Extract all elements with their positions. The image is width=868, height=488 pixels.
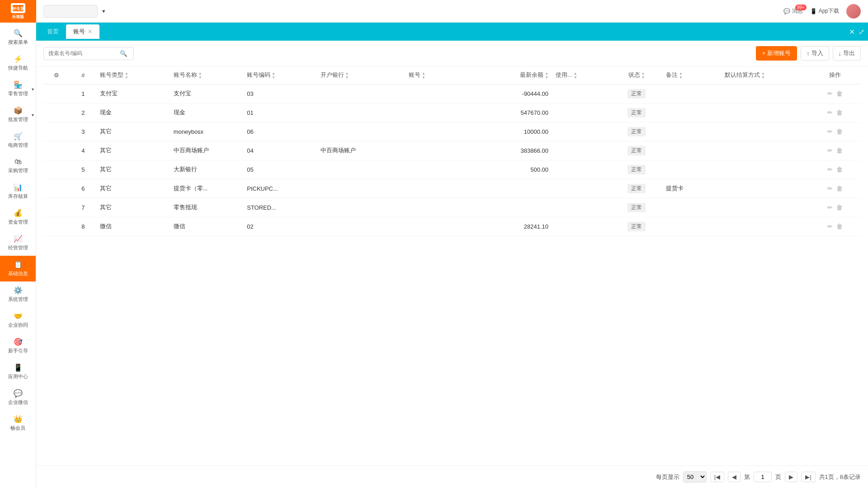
delete-icon-1[interactable]: 🗑 [836, 109, 843, 116]
tab-close-all-icon[interactable]: ✕ [849, 28, 855, 36]
edit-icon-3[interactable]: ✏ [827, 147, 833, 154]
tab-maximize-icon[interactable]: ⤢ [859, 28, 864, 36]
col-name[interactable]: 账号名称▲▼ [170, 66, 244, 84]
status-badge-7: 正常 [627, 222, 646, 231]
delete-icon-0[interactable]: 🗑 [836, 90, 843, 97]
sidebar-item-10[interactable]: ⚙️ 系统管理 [0, 282, 36, 307]
delete-icon-3[interactable]: 🗑 [836, 147, 843, 154]
row-use-6 [552, 198, 611, 217]
phone-icon: 📱 [810, 8, 817, 14]
sidebar-item-11[interactable]: 🤝 企业协同 [0, 307, 36, 333]
logo-icon: 好生意 [11, 3, 25, 13]
page-number-input[interactable] [754, 472, 772, 482]
sidebar-icon-10: ⚙️ [14, 286, 23, 295]
row-use-3 [552, 141, 611, 160]
col-status[interactable]: 状态▲▼ [611, 66, 662, 84]
sidebar-item-3[interactable]: 📦 批发管理 ▾ [0, 102, 36, 127]
sidebar-item-1[interactable]: ⚡ 快捷导航 [0, 50, 36, 76]
svg-text:好生意: 好生意 [13, 6, 24, 11]
row-default-4 [721, 160, 809, 179]
col-use[interactable]: 使用...▲▼ [552, 66, 611, 84]
row-num-2: 3 [70, 122, 97, 141]
col-settings[interactable]: ⚙ [43, 66, 70, 84]
delete-icon-4[interactable]: 🗑 [836, 166, 843, 173]
sidebar-icon-11: 🤝 [14, 312, 23, 320]
row-action-1: ✏ 🗑 [809, 103, 861, 122]
col-default[interactable]: 默认结算方式▲▼ [721, 66, 809, 84]
message-button[interactable]: 💬 消息 99+ [783, 7, 803, 15]
delete-icon-6[interactable]: 🗑 [836, 204, 843, 211]
prev-page-button[interactable]: ◀ [728, 472, 741, 482]
topbar-search-input[interactable] [43, 5, 98, 18]
tab-close-icon[interactable]: ✕ [88, 29, 92, 34]
row-action-6: ✏ 🗑 [809, 198, 861, 217]
row-num-7: 8 [70, 217, 97, 236]
row-default-0 [721, 84, 809, 103]
delete-icon-5[interactable]: 🗑 [836, 185, 843, 192]
sort-balance-icon: ▲▼ [545, 71, 548, 80]
row-account-6 [405, 198, 464, 217]
toolbar-right: + 新增账号 ↑ 导入 ↓ 导出 [756, 46, 861, 61]
sidebar-item-2[interactable]: 🏪 零售管理 ▾ [0, 76, 36, 102]
status-badge-3: 正常 [627, 146, 646, 155]
col-bank[interactable]: 开户银行▲▼ [317, 66, 405, 84]
sidebar-item-12[interactable]: 🎯 新手引导 [0, 333, 36, 359]
export-button[interactable]: ↓ 导出 [833, 46, 861, 61]
search-input[interactable] [44, 47, 116, 59]
main-content: ▾ 💬 消息 99+ 📱 App下载 首页 账号 ✕ [36, 0, 868, 488]
sort-bank-icon: ▲▼ [345, 71, 349, 80]
sidebar-item-7[interactable]: 💰 资金管理 [0, 204, 36, 230]
row-type-3: 其它 [96, 141, 170, 160]
col-account[interactable]: 账号▲▼ [405, 66, 464, 84]
row-code-4: 05 [243, 160, 317, 179]
tab-account[interactable]: 账号 ✕ [66, 24, 99, 39]
col-note[interactable]: 备注▲▼ [662, 66, 721, 84]
row-status-0: 正常 [611, 84, 662, 103]
sidebar-label-9: 基础信息 [8, 270, 28, 277]
edit-icon-7[interactable]: ✏ [827, 223, 833, 230]
sidebar-item-13[interactable]: 📱 应用中心 [0, 359, 36, 385]
delete-icon-7[interactable]: 🗑 [836, 223, 843, 230]
import-button[interactable]: ↑ 导入 [801, 46, 829, 61]
sidebar-item-4[interactable]: 🛒 电商管理 [0, 127, 36, 153]
sidebar-item-5[interactable]: 🛍 采购管理 [0, 153, 36, 178]
topbar-dropdown[interactable]: ▾ [102, 8, 105, 14]
edit-icon-0[interactable]: ✏ [827, 90, 833, 97]
edit-icon-1[interactable]: ✏ [827, 109, 833, 116]
app-download-button[interactable]: 📱 App下载 [810, 7, 839, 15]
row-default-6 [721, 198, 809, 217]
edit-icon-4[interactable]: ✏ [827, 166, 833, 173]
row-settings-1 [43, 103, 70, 122]
sidebar-item-15[interactable]: 👑 畅会员 [0, 410, 36, 436]
search-button[interactable]: 🔍 [116, 47, 131, 60]
page-size-select[interactable]: 50 20 100 [683, 471, 707, 483]
row-bank-6 [317, 198, 405, 217]
col-type[interactable]: 账号类型▲▼ [96, 66, 170, 84]
col-balance[interactable]: 最新余额▲▼ [464, 66, 552, 84]
next-page-button[interactable]: ▶ [785, 472, 797, 482]
sidebar-item-8[interactable]: 📈 经营管理 [0, 230, 36, 256]
row-default-3 [721, 141, 809, 160]
avatar[interactable] [846, 4, 861, 19]
row-bank-1 [317, 103, 405, 122]
sidebar-item-6[interactable]: 📊 库存核算 [0, 178, 36, 204]
sidebar-label-6: 库存核算 [8, 193, 28, 200]
edit-icon-2[interactable]: ✏ [827, 128, 833, 135]
add-account-button[interactable]: + 新增账号 [756, 46, 797, 61]
last-page-button[interactable]: ▶| [801, 472, 815, 482]
col-code[interactable]: 账号编码▲▼ [243, 66, 317, 84]
row-name-4: 大新银行 [170, 160, 244, 179]
row-code-2: 06 [243, 122, 317, 141]
sidebar-item-14[interactable]: 💬 企业微信 [0, 385, 36, 410]
delete-icon-2[interactable]: 🗑 [836, 128, 843, 135]
sidebar-label-14: 企业微信 [8, 399, 28, 406]
tab-home[interactable]: 首页 [40, 24, 66, 39]
sidebar-item-9[interactable]: 📋 基础信息 [0, 256, 36, 282]
row-account-0 [405, 84, 464, 103]
edit-icon-5[interactable]: ✏ [827, 185, 833, 192]
first-page-button[interactable]: |◀ [710, 472, 724, 482]
edit-icon-6[interactable]: ✏ [827, 204, 833, 211]
search-box: 🔍 [43, 47, 134, 60]
sidebar-item-0[interactable]: 🔍 搜索菜单 [0, 24, 36, 50]
message-badge: 99+ [795, 5, 807, 10]
